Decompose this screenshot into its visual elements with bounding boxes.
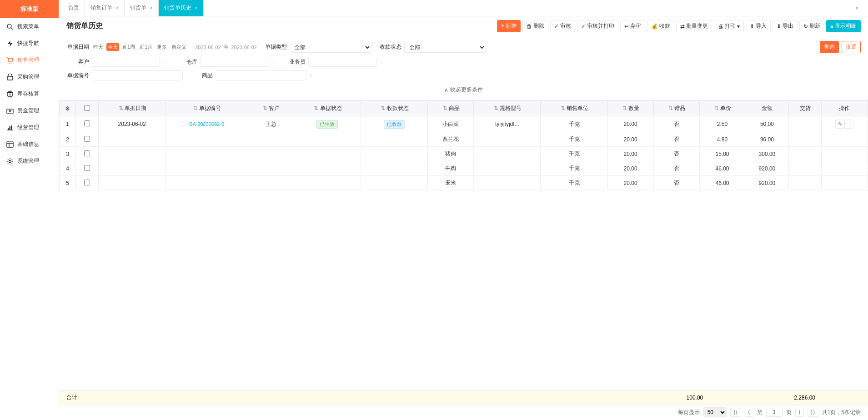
th-doc-status[interactable]: ⇅ 单据状态 bbox=[294, 101, 361, 116]
sidebar-item-search-menu[interactable]: 搜索菜单 bbox=[0, 18, 59, 35]
table-cell[interactable] bbox=[76, 116, 99, 132]
last-page-button[interactable]: ⟩⟩ bbox=[808, 408, 818, 417]
new-button[interactable]: + 新增 bbox=[497, 20, 521, 32]
tab-sales-history-close[interactable]: × bbox=[195, 5, 198, 10]
tab-home[interactable]: 首页 bbox=[63, 0, 85, 16]
row-checkbox[interactable] bbox=[84, 180, 90, 185]
th-goods[interactable]: ⇅ 商品 bbox=[428, 101, 474, 116]
goods-ellipsis[interactable]: ··· bbox=[309, 72, 314, 79]
sidebar-item-purchase-mgmt[interactable]: 采购管理 bbox=[0, 69, 59, 85]
table-cell: 千克 bbox=[541, 176, 607, 190]
sidebar-item-sys-mgmt[interactable]: 系统管理 bbox=[0, 153, 59, 170]
doc-type-label: 单据类型 bbox=[264, 43, 287, 51]
tab-sales-delivery-close[interactable]: × bbox=[150, 5, 153, 10]
custom-btn[interactable]: 自定义 bbox=[170, 43, 188, 51]
th-spec[interactable]: ⇅ 规格型号 bbox=[474, 101, 541, 116]
table-cell[interactable]: SA-20230602-0 bbox=[166, 116, 248, 132]
th-doc-code[interactable]: ⇅ 单据编号 bbox=[166, 101, 248, 116]
today-btn[interactable]: 今天 bbox=[106, 43, 119, 51]
svg-line-1 bbox=[11, 28, 13, 30]
page-number-input[interactable] bbox=[766, 408, 783, 417]
gear-icon bbox=[6, 158, 14, 165]
th-price[interactable]: ⇅ 单价 bbox=[699, 101, 745, 116]
tab-sales-order[interactable]: 销售订单 × bbox=[85, 0, 125, 16]
window-close-button[interactable]: × bbox=[850, 5, 864, 12]
audit-button[interactable]: ✓ 审核 bbox=[550, 20, 575, 32]
svg-point-3 bbox=[9, 63, 10, 64]
last7-btn[interactable]: 近1周 bbox=[121, 43, 136, 51]
settings-col-icon: ⚙ bbox=[65, 105, 70, 112]
data-table: ⚙ ⇅ 单据日期 ⇅ 单据编号 bbox=[59, 100, 868, 190]
sidebar-item-sales-mgmt[interactable]: 销售管理 bbox=[0, 52, 59, 69]
tab-sales-order-close[interactable]: × bbox=[116, 5, 119, 10]
status-badge: 已生效 bbox=[316, 120, 338, 129]
page-suffix: 页 bbox=[786, 409, 792, 416]
export-button[interactable]: ⬇ 导出 bbox=[773, 20, 798, 32]
page-label: 第 bbox=[757, 409, 763, 416]
warehouse-input[interactable] bbox=[200, 57, 268, 67]
sidebar-item-inventory-calc[interactable]: 库存核算 bbox=[0, 85, 59, 102]
customer-input[interactable] bbox=[92, 57, 160, 67]
staff-ellipsis[interactable]: ··· bbox=[379, 59, 384, 65]
doc-code-link[interactable]: SA-20230602-0 bbox=[189, 121, 224, 127]
edit-row-button[interactable]: ✎ bbox=[835, 120, 844, 129]
th-gift[interactable]: ⇅ 赠品 bbox=[653, 101, 699, 116]
tab-sales-history[interactable]: 销货单历史 × bbox=[159, 0, 204, 16]
table-cell[interactable] bbox=[76, 161, 99, 176]
per-page-select[interactable]: 50 100 200 bbox=[703, 407, 727, 417]
table-body: 12023-06-02SA-20230602-0王总已生效已收款小白菜tyjyj… bbox=[60, 116, 868, 190]
show-detail-button[interactable]: ≡ 显示明细 bbox=[826, 20, 861, 32]
filter-doc-no: 单据编号 bbox=[66, 70, 183, 80]
sidebar-item-finance-mgmt[interactable]: 资金管理 bbox=[0, 102, 59, 119]
table-cell bbox=[474, 161, 541, 176]
show-detail-label: 显示明细 bbox=[835, 22, 857, 30]
staff-input[interactable] bbox=[308, 57, 376, 67]
abandon-button[interactable]: ↩ 弃审 bbox=[620, 20, 645, 32]
more-btn[interactable]: 更多 bbox=[156, 43, 168, 51]
sidebar-item-quick-nav[interactable]: 快捷导航 bbox=[0, 35, 59, 52]
more-row-button[interactable]: ⋯ bbox=[844, 120, 853, 129]
settings-button[interactable]: 设置 bbox=[842, 41, 861, 53]
query-button[interactable]: 查询 bbox=[820, 41, 839, 53]
next-page-button[interactable]: ⟩ bbox=[795, 408, 804, 417]
th-doc-date[interactable]: ⇅ 单据日期 bbox=[99, 101, 166, 116]
table-cell[interactable] bbox=[76, 132, 99, 147]
row-checkbox[interactable] bbox=[84, 120, 90, 126]
batch-change-button[interactable]: ⇄ 批量变更 bbox=[676, 20, 712, 32]
table-cell[interactable] bbox=[76, 176, 99, 190]
sidebar-item-ops-mgmt[interactable]: 经营管理 bbox=[0, 119, 59, 136]
th-amount[interactable]: 金额 bbox=[745, 101, 789, 116]
refresh-button[interactable]: ↻ 刷新 bbox=[799, 20, 824, 32]
tab-sales-delivery[interactable]: 销货单 × bbox=[125, 0, 159, 16]
collect-button[interactable]: 💰 收款 bbox=[647, 20, 674, 32]
th-customer[interactable]: ⇅ 客户 bbox=[248, 101, 294, 116]
table-cell[interactable] bbox=[76, 147, 99, 161]
goods-input[interactable] bbox=[216, 70, 306, 80]
prev-page-button[interactable]: ⟨ bbox=[745, 408, 753, 417]
yesterday-btn[interactable]: 昨天 bbox=[92, 43, 105, 51]
table-cell: 300.00 bbox=[745, 147, 789, 161]
row-checkbox[interactable] bbox=[84, 150, 90, 156]
last1m-btn[interactable]: 近1月 bbox=[138, 43, 154, 51]
row-checkbox[interactable] bbox=[84, 165, 90, 171]
th-pay-status[interactable]: ⇅ 收款状态 bbox=[361, 101, 427, 116]
doc-no-input[interactable] bbox=[92, 70, 183, 80]
th-qty[interactable]: ⇅ 数量 bbox=[607, 101, 653, 116]
import-button[interactable]: ⬆ 导入 bbox=[746, 20, 771, 32]
th-trade[interactable]: 交货 bbox=[789, 101, 821, 116]
gear-col-header[interactable]: ⚙ bbox=[60, 101, 76, 116]
customer-ellipsis[interactable]: ··· bbox=[163, 59, 167, 65]
select-all-checkbox[interactable] bbox=[84, 105, 90, 111]
warehouse-ellipsis[interactable]: ··· bbox=[271, 59, 276, 65]
first-page-button[interactable]: ⟨⟨ bbox=[730, 408, 741, 417]
audit-print-button[interactable]: ✓ 审核并打印 bbox=[577, 20, 618, 32]
collapse-button[interactable]: ∧ 收起更多条件 bbox=[66, 84, 861, 95]
row-checkbox[interactable] bbox=[84, 136, 90, 142]
table-cell[interactable]: ✎⋯ bbox=[821, 116, 868, 132]
th-unit[interactable]: ⇅ 销售单位 bbox=[541, 101, 607, 116]
print-button[interactable]: 🖨 打印 ▾ bbox=[714, 20, 744, 32]
delete-button[interactable]: 🗑 删除 bbox=[522, 20, 548, 32]
pay-status-select[interactable]: 全部 未收款 已收款 部分收款 bbox=[404, 42, 486, 53]
doc-type-select[interactable]: 全部 普通销货单 退货单 bbox=[290, 42, 371, 53]
sidebar-item-basic-info[interactable]: 基础信息 bbox=[0, 136, 59, 153]
